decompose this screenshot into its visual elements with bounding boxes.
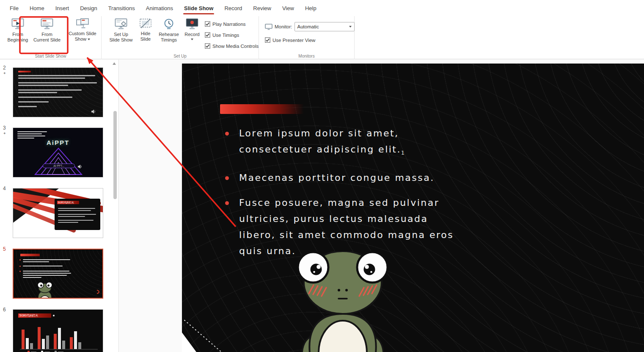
monitor-row: Monitor: Automatic <box>265 22 355 31</box>
from-beginning-label-2: Beginning <box>8 37 28 43</box>
bullet-item: Fusce posuere, magna sed pulvinar ultric… <box>225 195 471 259</box>
menu-tab-design[interactable]: Design <box>74 0 102 16</box>
checkbox-checked-icon <box>265 37 270 43</box>
record-icon <box>186 18 198 30</box>
menu-tab-record[interactable]: Record <box>219 0 248 16</box>
bullet-item: Maecenas porttitor congue massa. <box>225 170 471 186</box>
scrollbar-thumb[interactable] <box>113 111 117 199</box>
menu-tab-slide-show[interactable]: Slide Show <box>179 0 219 16</box>
menu-tab-help[interactable]: Help <box>300 0 322 16</box>
red-logo-mark <box>96 289 101 294</box>
frog-mini-graphic <box>36 282 54 299</box>
from-current-label-1: From <box>41 32 52 37</box>
from-current-slide-icon <box>41 18 53 30</box>
from-beginning-button[interactable]: From Beginning <box>6 18 30 43</box>
menu-tab-home[interactable]: Home <box>24 0 50 16</box>
show-media-controls-checkbox[interactable]: Show Media Controls <box>205 43 259 49</box>
slide6-chart-bars <box>20 322 98 349</box>
hide-slide-label-2: Slide <box>140 36 151 42</box>
slide-thumbnail-2[interactable] <box>13 67 103 117</box>
slide-number-3: 3 <box>3 125 6 131</box>
aippt-logo: AiPPT <box>13 139 103 146</box>
menu-tab-view[interactable]: View <box>277 0 300 16</box>
bullet-dot-icon <box>225 201 229 205</box>
use-presenter-view-label: Use Presenter View <box>272 38 315 43</box>
bullet-text: Maecenas porttitor congue massa. <box>239 172 435 183</box>
group-label-monitors: Monitors <box>259 54 354 58</box>
slide-thumbnail-4[interactable]: 5G时代的灯火 <box>13 188 103 238</box>
hide-slide-icon <box>139 18 152 29</box>
animation-star-icon: ✦ <box>3 131 6 136</box>
white-corner-triangle <box>182 333 196 352</box>
neon-triangles-graphic <box>33 147 83 175</box>
checkbox-checked-icon <box>205 43 210 49</box>
show-media-controls-label: Show Media Controls <box>212 44 259 49</box>
ribbon: From Beginning From Current Slide <box>0 16 644 59</box>
use-timings-label: Use Timings <box>212 33 239 38</box>
from-current-label-2: Current Slide <box>33 37 61 43</box>
bullet-text: Lorem ipsum dolor sit amet, consectetuer… <box>239 128 401 155</box>
hide-slide-button[interactable]: Hide Slide <box>136 18 155 42</box>
use-presenter-view-checkbox[interactable]: Use Presenter View <box>265 37 315 43</box>
chevron-down-icon <box>88 39 90 40</box>
presentation-slide[interactable]: Lorem ipsum dolor sit amet, consectetuer… <box>182 64 644 352</box>
ribbon-group-monitors: Monitor: Automatic Use Presenter View Mo… <box>259 16 355 59</box>
slide-thumbnail-panel: 2 ✦ 3 ✦ 4 5 6 <box>0 60 119 352</box>
animation-star-icon: ✦ <box>3 71 6 75</box>
hide-slide-label-1: Hide <box>141 31 151 36</box>
audio-speaker-icon <box>91 109 96 114</box>
slide-number-6: 6 <box>3 307 6 313</box>
monitor-dropdown[interactable]: Automatic <box>294 22 355 31</box>
monitor-dropdown-value: Automatic <box>297 24 319 29</box>
slide-thumbnail-6[interactable]: 5G时代的灯火 <box>13 309 103 352</box>
bullet-item: Lorem ipsum dolor sit amet, consectetuer… <box>225 125 471 161</box>
bullet-dot-icon <box>225 132 229 136</box>
set-up-slide-show-button[interactable]: Set Up Slide Show <box>107 18 135 43</box>
rehearse-label-2: Timings <box>161 37 177 43</box>
play-narrations-checkbox[interactable]: Play Narrations <box>205 21 246 27</box>
title-dot <box>53 315 55 316</box>
checkbox-checked-icon <box>205 21 210 27</box>
menu-tab-review[interactable]: Review <box>248 0 277 16</box>
group-label-set-up: Set Up <box>102 54 259 58</box>
record-button[interactable]: Record <box>183 18 201 40</box>
aippt-search-pill: AI·PPT... <box>43 164 75 168</box>
chevron-down-icon <box>191 39 193 40</box>
thumbnail-content-panel: 5G时代的灯火 <box>55 199 100 230</box>
play-narrations-label: Play Narrations <box>212 22 246 27</box>
menu-tab-insert[interactable]: Insert <box>50 0 75 16</box>
rehearse-timings-icon <box>163 18 175 30</box>
use-timings-checkbox[interactable]: Use Timings <box>205 32 239 38</box>
ribbon-group-start-slide-show: From Beginning From Current Slide <box>0 16 102 59</box>
custom-show-label-2: Show <box>75 36 87 42</box>
monitor-icon <box>265 24 272 30</box>
menu-bar: File Home Insert Design Transitions Anim… <box>0 0 644 16</box>
slide-thumbnail-3[interactable]: AiPPT AI·PPT... <box>13 127 103 177</box>
setup-slideshow-label-2: Slide Show <box>109 37 132 43</box>
from-current-slide-button[interactable]: From Current Slide <box>30 18 63 43</box>
frog-illustration <box>296 251 389 352</box>
powerpoint-window: File Home Insert Design Transitions Anim… <box>0 0 644 352</box>
thumbnail-accent-bar <box>18 71 31 72</box>
slide-number-5: 5 <box>3 246 6 252</box>
record-label: Record <box>184 32 199 37</box>
rehearse-label-1: Rehearse <box>159 32 179 37</box>
checkbox-checked-icon <box>205 32 210 38</box>
menu-tab-transitions[interactable]: Transitions <box>103 0 140 16</box>
ribbon-group-set-up: Set Up Slide Show Hide Slide Rehearse <box>102 16 259 59</box>
slide-number-4: 4 <box>3 186 6 191</box>
thumbnail-slide-title: 5G时代的灯火 <box>57 201 79 204</box>
slide-bullet-list: Lorem ipsum dolor sit amet, consectetuer… <box>225 125 471 259</box>
from-beginning-label-1: From <box>12 32 23 37</box>
slide-accent-bar <box>220 104 304 114</box>
from-beginning-icon <box>11 18 24 30</box>
scrollbar-up-arrow[interactable] <box>113 62 116 65</box>
setup-slideshow-label-1: Set Up <box>114 32 128 37</box>
menu-tab-file[interactable]: File <box>4 0 24 16</box>
custom-slide-show-button[interactable]: Custom Slide Show <box>64 18 101 42</box>
menu-tab-animations[interactable]: Animations <box>140 0 179 16</box>
slide-thumbnail-5-selected[interactable] <box>13 249 103 299</box>
footnote-marker: 1 <box>401 150 405 156</box>
audio-speaker-icon <box>77 164 83 169</box>
rehearse-timings-button[interactable]: Rehearse Timings <box>156 18 182 43</box>
